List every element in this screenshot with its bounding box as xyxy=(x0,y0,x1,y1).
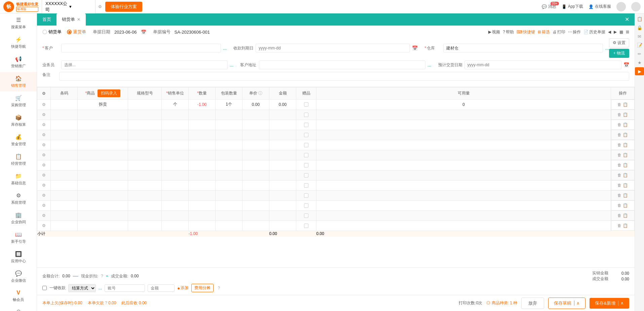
row-amount-cell[interactable] xyxy=(269,150,296,160)
sidebar-item-guide[interactable]: 📖 新手引导 xyxy=(0,228,37,247)
sidebar-item-vip[interactable]: V 畅会员 xyxy=(0,286,37,306)
customer-input[interactable] xyxy=(61,44,221,52)
row-spec-cell[interactable] xyxy=(128,210,162,221)
row-unit-cell[interactable] xyxy=(162,221,189,231)
row-unit-cell[interactable] xyxy=(162,170,189,180)
row-amount-cell[interactable] xyxy=(269,170,296,180)
account-input[interactable] xyxy=(105,284,145,292)
right-tool-lock[interactable]: 🔒 xyxy=(636,24,644,32)
row-actions-cell[interactable]: 🗑 📋 xyxy=(611,210,635,221)
row-copy-icon[interactable]: 📋 xyxy=(623,193,628,198)
row-price-cell[interactable] xyxy=(242,150,269,160)
sidebar-item-quick-nav[interactable]: ⚡ 快捷导航 xyxy=(0,33,37,52)
row-spec-cell[interactable] xyxy=(128,130,162,140)
row-quantity-cell[interactable] xyxy=(189,200,216,210)
scan-button[interactable]: 扫码录入 xyxy=(98,89,120,97)
row-spec-cell[interactable] xyxy=(128,100,162,110)
right-tool-pen[interactable]: ✏ xyxy=(636,50,644,58)
row-price-cell[interactable] xyxy=(242,190,269,200)
row-copy-icon[interactable]: 📋 xyxy=(623,102,628,107)
warehouse-input[interactable] xyxy=(443,44,603,52)
row-copy-icon[interactable]: 📋 xyxy=(623,163,628,167)
row-delete-icon[interactable]: 🗑 xyxy=(617,193,621,198)
row-delete-icon[interactable]: 🗑 xyxy=(617,163,621,167)
row-spec-cell[interactable] xyxy=(128,180,162,190)
sidebar-item-enterprise[interactable]: 🏢 企业协同 xyxy=(0,208,37,228)
notification-button[interactable]: 💬 消息 99+ xyxy=(542,4,556,9)
owed-info-icon[interactable]: ? xyxy=(105,301,107,305)
row-unit-cell[interactable] xyxy=(162,120,189,130)
row-quantity-cell[interactable] xyxy=(189,110,216,120)
row-pkg-qty-cell[interactable] xyxy=(216,120,242,130)
row-delete-icon[interactable]: 🗑 xyxy=(617,132,621,137)
row-gift-cell[interactable] xyxy=(296,170,316,180)
row-unit-cell[interactable] xyxy=(162,160,189,170)
save-draft-button[interactable]: 保存草稿 ∧ xyxy=(548,298,585,309)
row-delete-icon[interactable]: 🗑 xyxy=(617,183,621,188)
prev-button[interactable]: ◀ xyxy=(608,30,611,34)
row-price-cell[interactable] xyxy=(242,160,269,170)
online-service-button[interactable]: 👤 在线客服 xyxy=(589,4,611,9)
row-copy-icon[interactable]: 📋 xyxy=(623,173,628,178)
shortcuts-button[interactable]: ⌨ 快捷键 xyxy=(517,29,535,35)
trial-button[interactable]: 体验行业方案 xyxy=(105,2,142,12)
warehouse-ellipsis-icon[interactable]: ... xyxy=(605,45,609,51)
row-unit-cell[interactable] xyxy=(162,110,189,120)
row-quantity-cell[interactable] xyxy=(189,150,216,160)
avatar[interactable] xyxy=(616,2,626,11)
tab-home[interactable]: 首页 xyxy=(37,13,56,26)
save-new-button[interactable]: 保存&新增 ∧ xyxy=(590,298,629,309)
view-list-button[interactable]: ⊞ xyxy=(626,30,629,34)
row-gift-cell[interactable] xyxy=(296,140,316,150)
sidebar-item-finance[interactable]: 💰 资金管理 xyxy=(0,130,37,150)
row-product-cell[interactable] xyxy=(78,120,128,130)
row-product-cell[interactable]: 拆贡 xyxy=(78,100,128,110)
row-quantity-cell[interactable] xyxy=(189,180,216,190)
window-close-icon[interactable]: ✕ xyxy=(625,16,629,23)
calc-method-ellipsis-icon[interactable]: ... xyxy=(99,286,102,290)
row-barcode-cell[interactable] xyxy=(51,150,78,160)
row-gift-cell[interactable] xyxy=(296,190,316,200)
row-delete-icon[interactable]: 🗑 xyxy=(617,223,621,228)
row-quantity-cell[interactable] xyxy=(189,170,216,180)
row-delete-icon[interactable]: 🗑 xyxy=(617,203,621,208)
row-barcode-cell[interactable] xyxy=(51,110,78,120)
row-unit-cell[interactable] xyxy=(162,140,189,150)
right-tool-note[interactable]: 📋 xyxy=(636,15,644,23)
row-quantity-cell[interactable] xyxy=(189,130,216,140)
row-actions-cell[interactable]: 🗑 📋 xyxy=(611,160,635,170)
sidebar-item-purchase[interactable]: 🛒 采购管理 xyxy=(0,91,37,111)
row-delete-icon[interactable]: 🗑 xyxy=(617,143,621,147)
avatar-extra[interactable] xyxy=(631,2,641,11)
row-spec-cell[interactable] xyxy=(128,110,162,120)
row-price-cell[interactable] xyxy=(242,170,269,180)
row-product-cell[interactable] xyxy=(78,190,128,200)
row-quantity-cell[interactable] xyxy=(189,140,216,150)
row-copy-icon[interactable]: 📋 xyxy=(623,122,628,127)
row-delete-icon[interactable]: 🗑 xyxy=(617,173,621,178)
row-unit-cell[interactable] xyxy=(162,200,189,210)
row-product-cell[interactable] xyxy=(78,110,128,120)
add-button[interactable]: ● 添加 xyxy=(177,285,189,291)
row-product-cell[interactable] xyxy=(78,130,128,140)
row-spec-cell[interactable] xyxy=(128,200,162,210)
row-delete-icon[interactable]: 🗑 xyxy=(617,122,621,127)
row-pkg-qty-cell[interactable] xyxy=(216,160,242,170)
row-gift-cell[interactable] xyxy=(296,221,316,231)
right-tool-orange[interactable]: ▶ xyxy=(635,67,644,75)
row-product-cell[interactable] xyxy=(78,140,128,150)
settings-icon[interactable]: ⚙ xyxy=(98,4,102,9)
price-info-icon[interactable]: ⓘ xyxy=(258,91,262,95)
row-amount-cell[interactable] xyxy=(269,180,296,190)
row-spec-cell[interactable] xyxy=(128,160,162,170)
row-amount-cell[interactable] xyxy=(269,210,296,221)
row-product-cell[interactable] xyxy=(78,210,128,221)
row-pkg-qty-cell[interactable] xyxy=(216,170,242,180)
row-amount-cell[interactable] xyxy=(269,190,296,200)
row-gift-cell[interactable] xyxy=(296,200,316,210)
row-pkg-qty-cell[interactable] xyxy=(216,150,242,160)
row-quantity-cell[interactable] xyxy=(189,210,216,221)
row-barcode-cell[interactable] xyxy=(51,190,78,200)
row-pkg-qty-cell[interactable] xyxy=(216,200,242,210)
address-ellipsis-icon[interactable]: ... xyxy=(427,62,431,68)
